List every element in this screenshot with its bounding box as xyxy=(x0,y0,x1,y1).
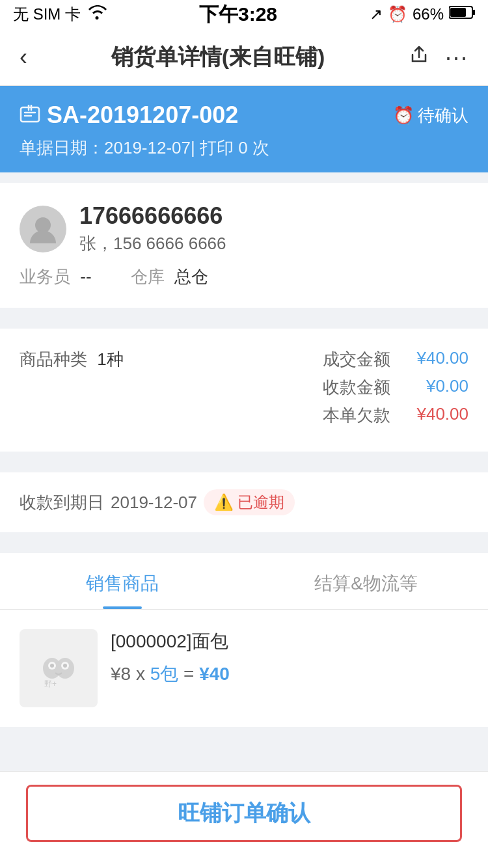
product-name: [0000002]面包 xyxy=(111,629,468,654)
order-date-row: 单据日期：2019-12-07| 打印 0 次 xyxy=(20,137,468,159)
due-row: 本单欠款 ¥40.00 xyxy=(323,404,468,427)
divider-3 xyxy=(0,462,488,472)
tabs-section: 销售商品 结算&物流等 xyxy=(0,553,488,610)
bottom-bar: 旺铺订单确认 xyxy=(0,771,488,868)
svg-text:野+: 野+ xyxy=(44,679,57,688)
warehouse-meta: 仓库 总仓 xyxy=(131,265,208,288)
sales-value: -- xyxy=(80,267,91,286)
wifi-icon xyxy=(87,5,107,23)
svg-rect-3 xyxy=(21,107,39,122)
product-info: [0000002]面包 ¥8 x 5包 = ¥40 xyxy=(111,629,468,686)
date-label: 单据日期： xyxy=(20,138,104,157)
tab-sales-label: 销售商品 xyxy=(86,573,159,593)
order-header: SA-20191207-002 ⏰ 待确认 单据日期：2019-12-07| 打… xyxy=(0,86,488,172)
overdue-badge: ⚠️ 已逾期 xyxy=(204,489,295,515)
price-prefix: ¥8 x xyxy=(111,664,150,684)
customer-section: 17666666666 张，156 6666 6666 业务员 -- 仓库 总仓 xyxy=(0,183,488,308)
deal-amount-row: 成交金额 ¥40.00 xyxy=(323,348,468,371)
tab-sales-products[interactable]: 销售商品 xyxy=(0,553,244,609)
due-label: 本单欠款 xyxy=(323,404,390,427)
page-title: 销货单详情(来自旺铺) xyxy=(111,42,325,72)
svg-point-10 xyxy=(63,664,67,668)
svg-rect-1 xyxy=(472,10,475,15)
location-icon: ↗ xyxy=(370,5,383,23)
order-id: SA-20191207-002 xyxy=(20,102,238,129)
due-date-value: 2019-12-07 xyxy=(111,493,197,513)
tab-settlement[interactable]: 结算&物流等 xyxy=(244,553,488,609)
product-title: 面包 xyxy=(192,631,228,651)
date-value: 2019-12-07 xyxy=(104,138,191,157)
order-status: ⏰ 待确认 xyxy=(393,104,468,127)
svg-point-9 xyxy=(50,664,54,668)
tab-settlement-label: 结算&物流等 xyxy=(314,573,418,593)
deal-amount-value: ¥40.00 xyxy=(416,348,468,371)
divider-1 xyxy=(0,172,488,183)
received-row: 收款金额 ¥0.00 xyxy=(323,376,468,399)
sales-meta: 业务员 -- xyxy=(20,265,92,288)
status-bar-left: 无 SIM 卡 xyxy=(13,4,107,25)
sales-label: 业务员 xyxy=(20,267,70,286)
no-sim-text: 无 SIM 卡 xyxy=(13,4,81,25)
status-bar: 无 SIM 卡 下午3:28 ↗ ⏰ 66% xyxy=(0,0,488,29)
product-type-info: 商品种类 1种 xyxy=(20,348,124,371)
product-thumbnail: 野+ xyxy=(20,629,98,707)
price-equals: = xyxy=(178,664,199,684)
back-icon: ‹ xyxy=(20,44,27,70)
customer-top: 17666666666 张，156 6666 6666 xyxy=(20,202,468,255)
svg-rect-2 xyxy=(450,8,466,17)
customer-avatar xyxy=(20,206,66,252)
overdue-warning-icon: ⚠️ xyxy=(214,493,234,511)
customer-meta: 业务员 -- 仓库 总仓 xyxy=(20,265,468,288)
more-button[interactable]: ··· xyxy=(445,44,468,71)
due-date-section: 收款到期日 2019-12-07 ⚠️ 已逾期 xyxy=(0,472,488,532)
nav-bar: ‹ 销货单详情(来自旺铺) ··· xyxy=(0,29,488,86)
product-price: ¥8 x 5包 = ¥40 xyxy=(111,662,468,686)
alarm-icon: ⏰ xyxy=(388,5,407,23)
status-text: 待确认 xyxy=(418,104,468,127)
order-header-top: SA-20191207-002 ⏰ 待确认 xyxy=(20,102,468,129)
customer-phone: 17666666666 xyxy=(79,202,226,230)
divider-4 xyxy=(0,543,488,553)
product-type-label: 商品种类 xyxy=(20,349,87,369)
order-id-icon xyxy=(20,102,40,129)
summary-section: 商品种类 1种 成交金额 ¥40.00 收款金额 ¥0.00 本单欠款 ¥40.… xyxy=(0,329,488,452)
warehouse-label: 仓库 xyxy=(131,267,165,286)
status-bar-time: 下午3:28 xyxy=(199,1,277,28)
warehouse-value: 总仓 xyxy=(174,267,208,286)
received-label: 收款金额 xyxy=(323,376,390,399)
product-type-value: 1种 xyxy=(97,349,123,369)
deal-amount-label: 成交金额 xyxy=(323,348,390,371)
overdue-text: 已逾期 xyxy=(237,492,284,513)
order-id-text: SA-20191207-002 xyxy=(47,102,238,129)
customer-info: 17666666666 张，156 6666 6666 xyxy=(79,202,226,255)
due-value: ¥40.00 xyxy=(416,404,468,427)
confirm-order-button[interactable]: 旺铺订单确认 xyxy=(26,785,462,842)
battery-icon xyxy=(449,5,475,23)
product-total: ¥40 xyxy=(199,664,230,684)
amount-info: 成交金额 ¥40.00 收款金额 ¥0.00 本单欠款 ¥40.00 xyxy=(323,348,468,432)
product-section: 野+ [0000002]面包 ¥8 x 5包 = ¥40 xyxy=(0,610,488,727)
received-value: ¥0.00 xyxy=(426,376,468,399)
divider-2 xyxy=(0,318,488,329)
product-code: [0000002] xyxy=(111,631,192,651)
status-clock-icon: ⏰ xyxy=(393,105,414,126)
status-bar-right: ↗ ⏰ 66% xyxy=(370,5,475,23)
nav-actions: ··· xyxy=(409,44,468,71)
print-info: | 打印 0 次 xyxy=(191,138,269,157)
customer-sub: 张，156 6666 6666 xyxy=(79,232,226,255)
product-qty: 5包 xyxy=(150,664,179,684)
tabs-row: 销售商品 结算&物流等 xyxy=(0,553,488,610)
due-date-label: 收款到期日 xyxy=(20,491,104,514)
battery-text: 66% xyxy=(413,5,444,23)
share-button[interactable] xyxy=(409,44,429,70)
back-button[interactable]: ‹ xyxy=(20,44,27,71)
